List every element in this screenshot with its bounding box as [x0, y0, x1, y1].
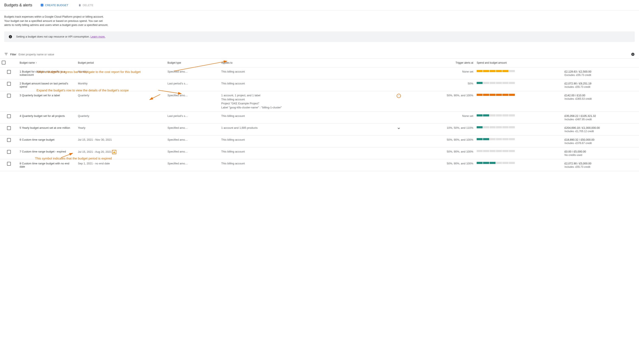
- trigger-alerts-cell: 50%, 90%, and 100%: [408, 91, 475, 112]
- col-header-name[interactable]: Budget name↑: [18, 58, 76, 67]
- progress-segment: [509, 82, 515, 84]
- row-checkbox[interactable]: [7, 162, 11, 166]
- page-header: Budgets & alerts CREATE BUDGET DELETE: [0, 0, 639, 10]
- progress-segment: [490, 94, 495, 96]
- collapse-row-button[interactable]: [397, 94, 401, 98]
- progress-segment: [509, 114, 515, 116]
- spend-amount-cell: £2,072.90 / £5,000.00Includes -£55.73 cr…: [563, 159, 639, 171]
- trigger-alerts-cell: 10%, 50%, and 110%: [408, 124, 475, 135]
- spend-amount-cell: £204,690.18 / £1,000,000.00Includes -£1,…: [563, 124, 639, 135]
- budget-name-cell[interactable]: 7 Custom time range budget - expired: [18, 147, 76, 159]
- trigger-alerts-cell: 50%, 90%, and 100%: [408, 135, 475, 147]
- row-checkbox[interactable]: [7, 114, 11, 118]
- budget-type-cell: Last period's s…: [166, 112, 219, 124]
- budget-name-cell[interactable]: 4 Quarterly budget set for all projects: [18, 112, 76, 124]
- applies-to-cell: This billing account: [220, 67, 390, 79]
- table-row[interactable]: 7 Custom time range budget - expiredJul …: [0, 147, 639, 159]
- progress-segment: [477, 94, 483, 96]
- plus-box-icon: [40, 4, 44, 7]
- progress-segment: [490, 150, 495, 152]
- budget-progress-bar[interactable]: [477, 138, 515, 140]
- progress-segment: [477, 162, 483, 164]
- filter-input[interactable]: [19, 53, 635, 56]
- budget-progress-bar[interactable]: [477, 150, 515, 152]
- budget-name-cell[interactable]: 6 Custom time range budget: [18, 135, 76, 147]
- applies-to-cell: This billing account: [220, 112, 390, 124]
- progress-segment: [490, 126, 495, 128]
- learn-more-link[interactable]: Learn more.: [91, 35, 106, 38]
- row-checkbox[interactable]: [7, 94, 11, 98]
- progress-segment: [502, 70, 508, 72]
- table-row[interactable]: 8 Custom time range budget with no end d…: [0, 159, 639, 171]
- delete-button[interactable]: DELETE: [76, 2, 95, 8]
- progress-segment: [509, 70, 515, 72]
- table-row[interactable]: 4 Quarterly budget set for all projectsQ…: [0, 112, 639, 124]
- budget-name-cell[interactable]: 5 Yearly budget amount set at one millio…: [18, 124, 76, 135]
- budget-period-cell: Quarterly: [76, 91, 166, 112]
- budget-progress-bar[interactable]: [477, 94, 515, 96]
- table-row[interactable]: 2 Budget amount based on last period's s…: [0, 79, 639, 91]
- progress-segment: [490, 114, 495, 116]
- progress-segment: [509, 162, 515, 164]
- row-checkbox[interactable]: [7, 126, 11, 130]
- help-icon[interactable]: ?: [631, 52, 635, 56]
- budget-name-cell[interactable]: 8 Custom time range budget with no end d…: [18, 159, 76, 171]
- table-row[interactable]: 5 Yearly budget amount set at one millio…: [0, 124, 639, 135]
- budget-progress-bar[interactable]: [477, 126, 515, 128]
- budget-progress-bar[interactable]: [477, 114, 515, 116]
- col-header-applies[interactable]: Applies to: [220, 58, 390, 67]
- budget-name-cell[interactable]: 1 Budget for charges not specific to a s…: [18, 67, 76, 79]
- budget-progress-bar[interactable]: [477, 82, 515, 84]
- progress-segment: [502, 82, 508, 84]
- table-row[interactable]: 1 Budget for charges not specific to a s…: [0, 67, 639, 79]
- applies-detail-line: Project "GKE Example Project": [221, 102, 388, 105]
- trigger-alerts-cell: 50%, 90%, and 100%: [408, 147, 475, 159]
- budget-name-cell[interactable]: 2 Budget amount based on last period's s…: [18, 79, 76, 91]
- col-header-type[interactable]: Budget type: [166, 58, 219, 67]
- row-checkbox[interactable]: [7, 138, 11, 142]
- progress-segment: [502, 114, 508, 116]
- table-row[interactable]: 3 Quarterly budget set for a labelQuarte…: [0, 91, 639, 112]
- trigger-alerts-cell: 50%: [408, 79, 475, 91]
- budget-name-cell[interactable]: 3 Quarterly budget set for a label: [18, 91, 76, 112]
- create-budget-button[interactable]: CREATE BUDGET: [39, 2, 70, 8]
- budget-progress-bar[interactable]: [477, 70, 515, 72]
- spend-amount-cell: £2,072.90 / £9,251.19Includes -£55.73 cr…: [563, 79, 639, 91]
- table-header-row: Budget name↑ Budget period Budget type A…: [0, 58, 639, 67]
- col-header-spend[interactable]: Spend and budget amount: [475, 58, 563, 67]
- budget-type-cell: Specified amo…: [166, 159, 219, 171]
- budget-type-cell: Specified amo…: [166, 91, 219, 112]
- row-checkbox[interactable]: [7, 82, 11, 86]
- budget-period-cell: Yearly: [76, 124, 166, 135]
- progress-segment: [496, 94, 502, 96]
- spend-amount-cell: £18,890.32 / £50,000.00Includes -£376.67…: [563, 135, 639, 147]
- progress-segment: [496, 70, 502, 72]
- select-all-checkbox[interactable]: [2, 61, 6, 64]
- progress-segment: [502, 162, 508, 164]
- row-checkbox[interactable]: [7, 70, 11, 74]
- progress-segment: [502, 94, 508, 96]
- spend-amount-cell: £142.00 / £10.00Includes -£365.53 credit: [563, 91, 639, 112]
- page-description: Budgets track expenses within a Google C…: [4, 15, 108, 27]
- progress-segment: [483, 126, 489, 128]
- progress-segment: [496, 150, 502, 152]
- row-checkbox[interactable]: [7, 150, 11, 154]
- table-row[interactable]: 6 Custom time range budgetJul 15, 2021 -…: [0, 135, 639, 147]
- col-header-trigger[interactable]: Trigger alerts at: [408, 58, 475, 67]
- progress-segment: [496, 138, 502, 140]
- progress-segment: [509, 126, 515, 128]
- progress-segment: [509, 94, 515, 96]
- progress-segment: [483, 70, 489, 72]
- progress-segment: [502, 150, 508, 152]
- progress-segment: [496, 162, 502, 164]
- col-header-period[interactable]: Budget period: [76, 58, 166, 67]
- progress-segment: [483, 162, 489, 164]
- sort-arrow-up-icon: ↑: [36, 61, 37, 64]
- filter-icon: [4, 52, 8, 57]
- progress-segment: [496, 82, 502, 84]
- spend-amount-cell: £2,128.63 / £2,500.00Excludes -£55.73 cr…: [563, 67, 639, 79]
- expand-row-button[interactable]: [397, 126, 401, 130]
- budget-progress-bar[interactable]: [477, 162, 515, 164]
- applies-to-cell: This billing account: [220, 135, 390, 147]
- svg-text:?: ?: [632, 53, 633, 56]
